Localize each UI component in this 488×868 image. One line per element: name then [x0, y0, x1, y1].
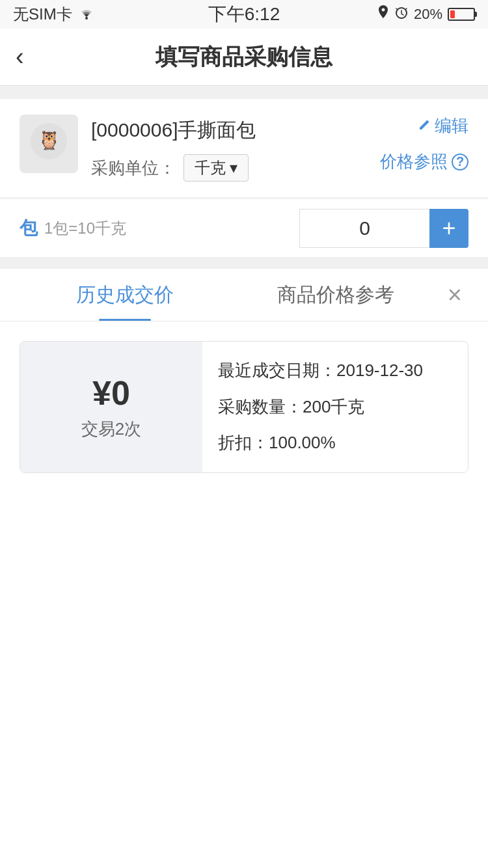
quantity-row: 包 1包=10千克 + [0, 198, 488, 257]
tabs-bar: 历史成交价 商品价格参考 × [0, 269, 488, 321]
time-display: 下午6:12 [208, 2, 280, 27]
location-icon [377, 5, 389, 23]
product-thumbnail: 🦉 [29, 122, 68, 167]
history-section: ¥0 交易2次 最近成交日期：2019-12-30 采购数量：200千克 折扣：… [0, 321, 488, 486]
purchase-qty-value: 200千克 [303, 397, 364, 416]
edit-icon [418, 116, 432, 136]
recent-date-row: 最近成交日期：2019-12-30 [218, 357, 452, 385]
quantity-unit-hint: 1包=10千克 [44, 218, 126, 239]
product-image: 🦉 [20, 115, 78, 173]
product-header: 🦉 [0000006]手撕面包 采购单位： 千克 ▾ [20, 115, 468, 182]
discount-value: 100.00% [269, 433, 336, 452]
price-ref-help-icon: ? [452, 154, 468, 170]
unit-label: 采购单位： [91, 157, 176, 180]
tab-history-label: 历史成交价 [76, 282, 174, 308]
recent-date-value: 2019-12-30 [336, 360, 423, 380]
discount-label: 折扣： [218, 433, 269, 452]
product-info: [0000006]手撕面包 采购单位： 千克 ▾ [91, 115, 256, 182]
battery-icon [448, 8, 475, 21]
nav-bar: ‹ 填写商品采购信息 [0, 29, 488, 86]
edit-label: 编辑 [435, 115, 468, 137]
purchase-qty-row: 采购数量：200千克 [218, 394, 452, 421]
price-ref-link[interactable]: 价格参照 ? [380, 150, 468, 173]
main-content-area [0, 486, 488, 868]
quantity-controls: + [299, 209, 468, 248]
status-bar: 无SIM卡 下午6:12 20% [0, 0, 488, 29]
back-button[interactable]: ‹ [16, 43, 24, 71]
page-title: 填写商品采购信息 [156, 42, 332, 72]
alarm-icon [394, 5, 409, 23]
tab-product-price-ref[interactable]: 商品价格参考 [230, 269, 441, 321]
status-right: 20% [377, 5, 475, 23]
carrier-text: 无SIM卡 [13, 4, 72, 25]
product-left: 🦉 [0000006]手撕面包 采购单位： 千克 ▾ [20, 115, 256, 182]
history-price-panel: ¥0 交易2次 [20, 342, 202, 472]
history-price-value: ¥0 [92, 373, 130, 413]
unit-value: 千克 [195, 157, 226, 178]
quantity-unit-icon: 包 [20, 216, 38, 241]
svg-text:🦉: 🦉 [38, 129, 61, 151]
product-unit-row: 采购单位： 千克 ▾ [91, 154, 256, 182]
product-name: [0000006]手撕面包 [91, 117, 256, 144]
discount-row: 折扣：100.00% [218, 429, 452, 457]
product-card: 🦉 [0000006]手撕面包 采购单位： 千克 ▾ [0, 99, 488, 197]
quantity-input[interactable] [299, 209, 429, 248]
status-left: 无SIM卡 [13, 4, 96, 25]
edit-link[interactable]: 编辑 [418, 115, 468, 137]
price-number: 0 [111, 374, 130, 412]
recent-date-label: 最近成交日期： [218, 360, 336, 380]
tabs-close-button[interactable]: × [441, 281, 468, 309]
battery-percent: 20% [414, 6, 442, 23]
tab-price-ref-label: 商品价格参考 [277, 282, 394, 308]
quantity-plus-button[interactable]: + [429, 209, 468, 248]
unit-select-dropdown[interactable]: 千克 ▾ [183, 154, 249, 182]
price-ref-label: 价格参照 [380, 150, 448, 173]
svg-point-0 [85, 17, 88, 20]
history-card: ¥0 交易2次 最近成交日期：2019-12-30 采购数量：200千克 折扣：… [20, 341, 468, 473]
tab-history-price[interactable]: 历史成交价 [20, 269, 230, 321]
purchase-qty-label: 采购数量： [218, 397, 303, 416]
trade-count: 交易2次 [81, 418, 141, 441]
history-details-panel: 最近成交日期：2019-12-30 采购数量：200千克 折扣：100.00% [202, 342, 468, 472]
wifi-icon [77, 5, 96, 23]
quantity-label: 包 1包=10千克 [20, 216, 126, 241]
tab-active-indicator [99, 319, 151, 321]
dropdown-arrow-icon: ▾ [230, 159, 237, 177]
price-symbol: ¥ [92, 374, 111, 412]
